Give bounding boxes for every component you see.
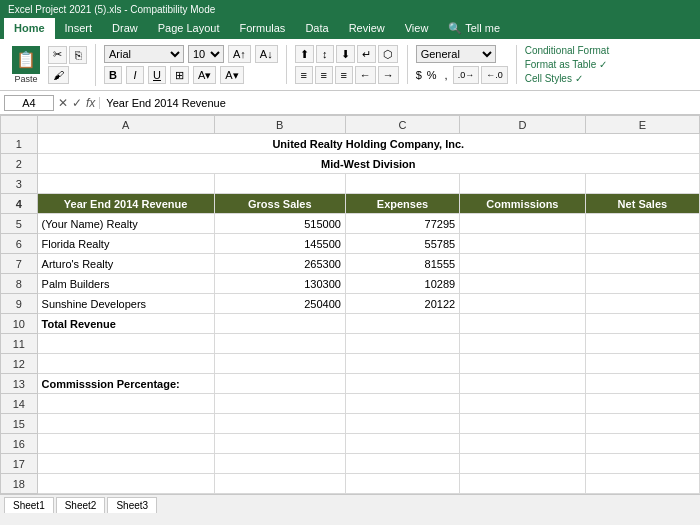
cancel-formula-icon[interactable]: ✕ <box>58 96 68 110</box>
cell-b15[interactable] <box>214 414 345 434</box>
cell-a13[interactable]: Commisssion Percentage: <box>37 374 214 394</box>
cell-c5[interactable]: 77295 <box>345 214 459 234</box>
align-left-button[interactable]: ≡ <box>295 66 313 84</box>
cell-b9[interactable]: 250400 <box>214 294 345 314</box>
cell-c9[interactable]: 20122 <box>345 294 459 314</box>
percent-btn[interactable]: % <box>424 69 440 81</box>
cell-d10[interactable] <box>460 314 586 334</box>
cell-a6[interactable]: Florida Realty <box>37 234 214 254</box>
cell-e17[interactable] <box>585 454 699 474</box>
tab-insert[interactable]: Insert <box>55 18 103 39</box>
cell-e9[interactable] <box>585 294 699 314</box>
borders-button[interactable]: ⊞ <box>170 66 189 84</box>
merge-cells-button[interactable]: ⬡ <box>378 45 398 63</box>
cell-b14[interactable] <box>214 394 345 414</box>
cell-d9[interactable] <box>460 294 586 314</box>
confirm-formula-icon[interactable]: ✓ <box>72 96 82 110</box>
cell-c15[interactable] <box>345 414 459 434</box>
cell-e8[interactable] <box>585 274 699 294</box>
col-header-a[interactable]: A <box>37 116 214 134</box>
decrease-decimal-button[interactable]: ←.0 <box>481 66 508 84</box>
cell-c10[interactable] <box>345 314 459 334</box>
sheet-tab-3[interactable]: Sheet3 <box>107 497 157 513</box>
font-name-select[interactable]: Arial <box>104 45 184 63</box>
cell-d6[interactable] <box>460 234 586 254</box>
tab-draw[interactable]: Draw <box>102 18 148 39</box>
tab-review[interactable]: Review <box>339 18 395 39</box>
conditional-format-button[interactable]: Conditional Format <box>525 45 609 56</box>
cell-a16[interactable] <box>37 434 214 454</box>
cell-d18[interactable] <box>460 474 586 494</box>
cell-d11[interactable] <box>460 334 586 354</box>
cell-reference-input[interactable] <box>4 95 54 111</box>
cell-a7[interactable]: Arturo's Realty <box>37 254 214 274</box>
cell-a3[interactable] <box>37 174 214 194</box>
comma-btn[interactable]: , <box>442 69 451 81</box>
cell-e7[interactable] <box>585 254 699 274</box>
increase-decimal-button[interactable]: .0→ <box>453 66 480 84</box>
cell-e18[interactable] <box>585 474 699 494</box>
cell-d12[interactable] <box>460 354 586 374</box>
tab-data[interactable]: Data <box>295 18 338 39</box>
format-painter-button[interactable]: 🖌 <box>48 66 69 84</box>
col-header-e[interactable]: E <box>585 116 699 134</box>
tab-page-layout[interactable]: Page Layout <box>148 18 230 39</box>
cell-e10[interactable] <box>585 314 699 334</box>
cell-d3[interactable] <box>460 174 586 194</box>
cell-a17[interactable] <box>37 454 214 474</box>
cell-styles-button[interactable]: Cell Styles ✓ <box>525 73 609 84</box>
cell-b3[interactable] <box>214 174 345 194</box>
col-header-b[interactable]: B <box>214 116 345 134</box>
cell-e12[interactable] <box>585 354 699 374</box>
cell-a14[interactable] <box>37 394 214 414</box>
cell-d16[interactable] <box>460 434 586 454</box>
sheet-tab-1[interactable]: Sheet1 <box>4 497 54 513</box>
insert-function-icon[interactable]: fx <box>86 96 95 110</box>
italic-button[interactable]: I <box>126 66 144 84</box>
cell-d13[interactable] <box>460 374 586 394</box>
cell-a15[interactable] <box>37 414 214 434</box>
cell-d15[interactable] <box>460 414 586 434</box>
cell-e4[interactable]: Net Sales <box>585 194 699 214</box>
tab-formulas[interactable]: Formulas <box>230 18 296 39</box>
cell-e11[interactable] <box>585 334 699 354</box>
cell-a12[interactable] <box>37 354 214 374</box>
col-header-d[interactable]: D <box>460 116 586 134</box>
tab-tell-me[interactable]: 🔍 Tell me <box>438 18 510 39</box>
cell-b7[interactable]: 265300 <box>214 254 345 274</box>
cell-d5[interactable] <box>460 214 586 234</box>
cell-c12[interactable] <box>345 354 459 374</box>
cell-d17[interactable] <box>460 454 586 474</box>
cell-b6[interactable]: 145500 <box>214 234 345 254</box>
title-cell[interactable]: United Realty Holding Company, Inc. <box>37 134 699 154</box>
wrap-text-button[interactable]: ↵ <box>357 45 376 63</box>
cell-b8[interactable]: 130300 <box>214 274 345 294</box>
cell-d7[interactable] <box>460 254 586 274</box>
cell-a8[interactable]: Palm Builders <box>37 274 214 294</box>
cell-a10[interactable]: Total Revenue <box>37 314 214 334</box>
cell-a11[interactable] <box>37 334 214 354</box>
cell-e16[interactable] <box>585 434 699 454</box>
sheet-tab-2[interactable]: Sheet2 <box>56 497 106 513</box>
cut-button[interactable]: ✂ <box>48 46 67 64</box>
cell-b11[interactable] <box>214 334 345 354</box>
cell-b10[interactable] <box>214 314 345 334</box>
cell-d8[interactable] <box>460 274 586 294</box>
cell-e13[interactable] <box>585 374 699 394</box>
cell-c16[interactable] <box>345 434 459 454</box>
cell-a5[interactable]: (Your Name) Realty <box>37 214 214 234</box>
cell-c14[interactable] <box>345 394 459 414</box>
col-header-c[interactable]: C <box>345 116 459 134</box>
tab-view[interactable]: View <box>395 18 439 39</box>
cell-b16[interactable] <box>214 434 345 454</box>
cell-e15[interactable] <box>585 414 699 434</box>
cell-e5[interactable] <box>585 214 699 234</box>
font-size-select[interactable]: 10 <box>188 45 224 63</box>
cell-b13[interactable] <box>214 374 345 394</box>
cell-c17[interactable] <box>345 454 459 474</box>
cell-c3[interactable] <box>345 174 459 194</box>
font-color-button[interactable]: A▾ <box>220 66 243 84</box>
cell-e3[interactable] <box>585 174 699 194</box>
cell-c7[interactable]: 81555 <box>345 254 459 274</box>
cell-c4[interactable]: Expenses <box>345 194 459 214</box>
